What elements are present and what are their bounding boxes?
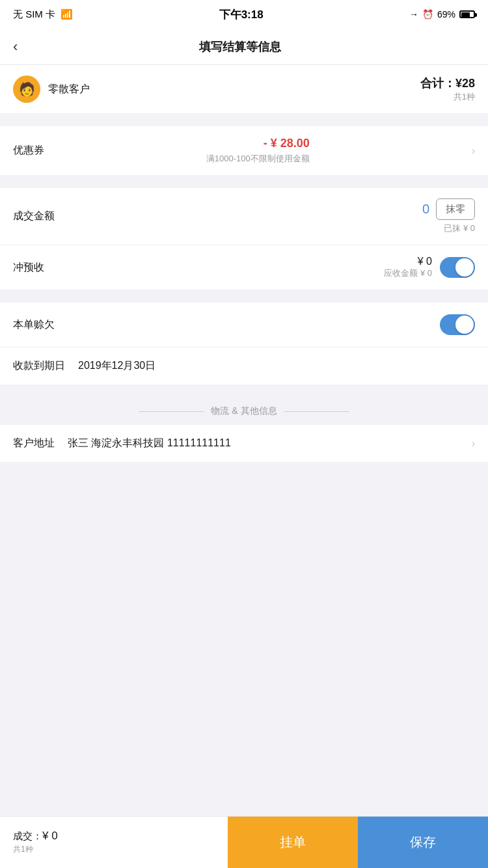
prereceive-toggle[interactable]: [440, 257, 475, 278]
prereceive-main: ¥ 0: [384, 256, 432, 267]
prereceive-label: 冲预收: [13, 261, 44, 275]
prereceive-values: ¥ 0 应收金额 ¥ 0: [384, 256, 432, 279]
battery-icon: [459, 10, 475, 18]
address-label: 客户地址: [13, 437, 55, 450]
divider-4: [0, 391, 488, 398]
prereceive-sub: 应收金额 ¥ 0: [384, 267, 432, 279]
due-date-value: 2019年12月30日: [78, 359, 156, 373]
deal-amount-value: 0: [422, 202, 429, 217]
coupon-value: - ¥ 28.00: [206, 137, 310, 150]
prereceive-right: ¥ 0 应收金额 ¥ 0: [384, 256, 475, 279]
amount-num-wrap: 0 抹零: [422, 198, 475, 220]
address-row[interactable]: 客户地址 张三 海淀永丰科技园 11111111111 ›: [0, 425, 488, 462]
due-date-label: 收款到期日: [13, 359, 65, 373]
debt-row: 本单赊欠: [0, 303, 488, 347]
bottom-deal-prefix: 成交：: [13, 830, 42, 841]
bottom-count: 共1种: [13, 844, 215, 855]
deal-amount-right: 0 抹零 已抹 ¥ 0: [422, 198, 475, 234]
customer-left: 🧑 零散客户: [13, 75, 90, 103]
divider-3: [0, 296, 488, 303]
coupon-label: 优惠券: [13, 144, 44, 157]
divider-1: [0, 120, 488, 126]
address-value: 张三 海淀永丰科技园 11111111111: [68, 437, 467, 450]
address-chevron-icon: ›: [472, 438, 475, 450]
total-label: 合计：¥28: [420, 75, 475, 91]
debt-toggle[interactable]: [440, 314, 475, 335]
status-bar: 无 SIM 卡 📶 下午3:18 → ⏰ 69%: [0, 0, 488, 29]
content: 🧑 零散客户 合计：¥28 共1种 优惠券 - ¥ 28.00 满1000-10…: [0, 65, 488, 670]
bottom-deal-label: 成交：¥ 0: [13, 830, 215, 843]
status-time: 下午3:18: [219, 7, 264, 22]
customer-avatar: 🧑: [13, 75, 40, 103]
deal-amount-sub: 已抹 ¥ 0: [444, 223, 475, 234]
page-title: 填写结算等信息: [31, 39, 449, 55]
nav-bar: ‹ 填写结算等信息: [0, 29, 488, 65]
coupon-chevron-icon: ›: [472, 145, 475, 157]
status-right: → ⏰ 69%: [409, 9, 475, 20]
bottom-deal-amount: ¥ 0: [42, 830, 58, 842]
due-date-row[interactable]: 收款到期日 2019年12月30日: [0, 347, 488, 385]
deal-amount-label: 成交金额: [13, 210, 55, 223]
sim-wifi-label: 无 SIM 卡 📶: [13, 8, 73, 21]
prereceive-toggle-knob: [455, 258, 474, 277]
debt-toggle-knob: [455, 316, 474, 334]
hang-button[interactable]: 挂单: [228, 817, 358, 869]
battery-label: 69%: [437, 9, 455, 20]
logistics-label: 物流 & 其他信息: [211, 405, 277, 417]
logistics-label-text: 物流 & 其他信息: [13, 405, 475, 417]
bottom-info: 成交：¥ 0 共1种: [0, 830, 228, 855]
location-icon: →: [409, 9, 418, 20]
bottom-spacer: [0, 468, 488, 612]
total-prefix: 合计：: [420, 77, 455, 90]
coupon-right: - ¥ 28.00 满1000-100不限制使用金额: [206, 137, 310, 165]
customer-total: 合计：¥28 共1种: [420, 75, 475, 103]
deal-amount-row: 成交金额 0 抹零 已抹 ¥ 0: [0, 188, 488, 245]
prereceive-row: 冲预收 ¥ 0 应收金额 ¥ 0: [0, 245, 488, 290]
customer-name: 零散客户: [48, 83, 90, 96]
bottom-bar: 成交：¥ 0 共1种 挂单 保存: [0, 816, 488, 868]
divider-2: [0, 182, 488, 188]
debt-label: 本单赊欠: [13, 318, 55, 332]
save-button[interactable]: 保存: [358, 817, 488, 869]
avatar-icon: 🧑: [19, 81, 35, 97]
back-button[interactable]: ‹: [13, 38, 18, 55]
logistics-section-label: 物流 & 其他信息: [0, 398, 488, 425]
total-amount: ¥28: [455, 77, 475, 90]
coupon-desc: 满1000-100不限制使用金额: [206, 153, 310, 165]
round-zero-button[interactable]: 抹零: [436, 198, 475, 220]
coupon-row[interactable]: 优惠券 - ¥ 28.00 满1000-100不限制使用金额 ›: [0, 126, 488, 175]
customer-row: 🧑 零散客户 合计：¥28 共1种: [0, 65, 488, 113]
alarm-icon: ⏰: [422, 9, 433, 20]
status-left: 无 SIM 卡 📶: [13, 8, 73, 21]
total-count: 共1种: [420, 91, 475, 103]
